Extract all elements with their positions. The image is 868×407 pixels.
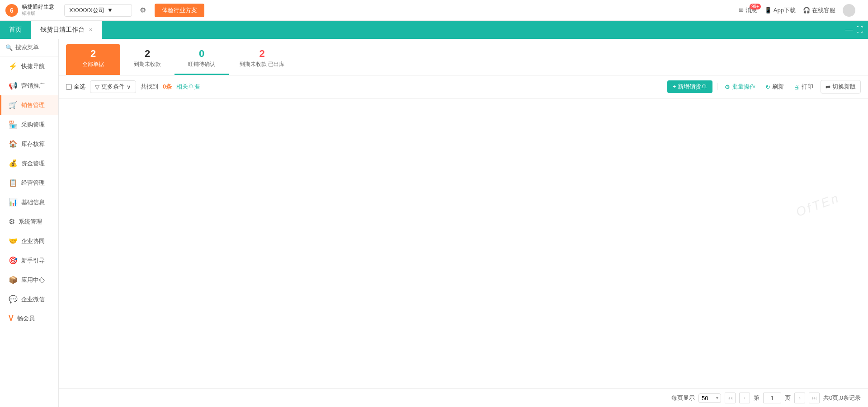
search-menu-button[interactable]: 🔍 搜索菜单 [0,39,58,56]
add-order-button[interactable]: + 新增销货单 [667,80,712,93]
last-page-button[interactable]: ⏭ [809,393,820,403]
corp-wechat-icon: 💬 [9,295,18,304]
filter-button[interactable]: ▽ 更多条件 ∨ [90,80,136,93]
refresh-icon: ↻ [765,84,770,90]
inventory-icon: 🏠 [9,140,18,148]
logo-icon: 6 [5,4,18,17]
marketing-icon: 📢 [9,81,18,90]
page-text-end: 页 [785,394,791,402]
company-selector[interactable]: XXXXXX公司 ▼ [64,4,132,17]
sidebar-label-corp-collab: 企业协同 [21,237,45,245]
next-page-button[interactable]: › [794,393,805,403]
close-tab-icon[interactable]: × [89,27,92,33]
sidebar-label-system: 系统管理 [19,218,42,226]
sidebar-label-basic-info: 基础信息 [21,198,45,206]
sidebar-item-corp-wechat[interactable]: 💬 企业微信 [0,290,58,309]
top-right-area: ✉ 消息 99+ 📱 App下载 🎧 在线客服 [739,4,863,17]
sidebar-label-operations: 经营管理 [21,179,45,187]
page-number-input[interactable] [763,393,781,403]
app-name: 畅捷通好生意 [22,4,54,11]
sidebar-item-corp-collab[interactable]: 🤝 企业协同 [0,231,58,251]
total-info: 共0页,0条记录 [823,394,861,402]
sidebar-label-member: 畅会员 [17,314,35,323]
related-orders-link[interactable]: 相关单据 [176,83,200,91]
stat-tab-all[interactable]: 2 全部单据 [66,44,120,75]
search-menu-label: 搜索菜单 [15,43,39,51]
stat-overdue-label: 到期未收款 [131,61,164,68]
stat-all-label: 全部单据 [77,61,109,68]
phone-icon: 📱 [764,7,772,14]
select-all-input[interactable] [66,84,72,90]
filter-icon: ▽ [95,84,99,90]
sidebar-item-inventory[interactable]: 🏠 库存核算 [0,134,58,154]
table-area: OfTEn [59,98,868,388]
filter-label: 更多条件 [101,83,125,91]
refresh-button[interactable]: ↻ 刷新 [763,81,787,93]
watermark: OfTEn [794,191,842,220]
sidebar-label-guide: 新手引导 [21,257,45,265]
print-icon: 🖨 [794,84,800,90]
chevron-down-icon: ▼ [107,7,113,14]
sidebar-item-guide[interactable]: 🎯 新手引导 [0,251,58,270]
online-service-button[interactable]: 🎧 在线客服 [803,6,835,14]
purchase-icon: 🏪 [9,120,18,129]
sidebar-item-quick-nav[interactable]: ⚡ 快捷导航 [0,56,58,76]
fullscreen-icon[interactable]: ⛶ [856,26,863,34]
nav-icon: ⚡ [9,62,18,70]
sidebar-item-operations[interactable]: 📋 经营管理 [0,173,58,192]
experience-button[interactable]: 体验行业方案 [155,4,204,17]
batch-operation-button[interactable]: ⚙ 批量操作 [722,81,758,93]
tab-workbench[interactable]: 钱货日清工作台 × [31,21,102,39]
toolbar-right: + 新增销货单 ⚙ 批量操作 ↻ 刷新 🖨 打印 ⇌ 切换新版 [667,80,861,94]
stat-tab-overdue[interactable]: 2 到期未收款 [120,44,175,75]
print-button[interactable]: 🖨 打印 [791,81,816,93]
app-download-label: App下载 [774,6,796,14]
sidebar-item-member[interactable]: V 畅会员 [0,309,58,328]
app-version: 标准版 [22,10,54,17]
stat-shipped-num: 2 [240,48,284,60]
settings-button[interactable]: ⚙ [136,3,150,18]
app-download-button[interactable]: 📱 App下载 [764,6,796,14]
sidebar-label-app-center: 应用中心 [21,276,45,284]
search-icon: 🔍 [5,44,13,51]
switch-label: 切换新版 [832,83,856,91]
switch-version-button[interactable]: ⇌ 切换新版 [821,80,861,94]
sidebar-item-basic-info[interactable]: 📊 基础信息 [0,192,58,212]
stat-tab-pending[interactable]: 0 旺铺待确认 [175,44,229,75]
sales-icon: 🛒 [9,101,18,109]
sidebar-item-app-center[interactable]: 📦 应用中心 [0,270,58,290]
sidebar-item-finance[interactable]: 💰 资金管理 [0,154,58,173]
sidebar-item-marketing[interactable]: 📢 营销推广 [0,76,58,95]
batch-label: 批量操作 [732,83,755,91]
tab-home[interactable]: 首页 [0,21,31,39]
page-size-select[interactable]: 10 20 50 100 [698,393,721,403]
guide-icon: 🎯 [9,256,18,265]
stat-overdue-num: 2 [131,48,164,60]
sidebar-item-system[interactable]: ⚙ 系统管理 [0,212,58,231]
member-icon: V [9,314,14,323]
prev-page-button[interactable]: ‹ [739,393,750,403]
divider [717,83,717,90]
app-center-icon: 📦 [9,276,18,284]
minimize-icon[interactable]: — [845,26,853,34]
select-all-checkbox[interactable]: 全选 [66,83,85,91]
stat-shipped-label: 到期未收款 已出库 [240,61,284,68]
online-service-label: 在线客服 [812,6,835,14]
main-layout: 🔍 搜索菜单 ⚡ 快捷导航 📢 营销推广 🛒 销售管理 🏪 采购管理 🏠 库存核… [0,39,868,407]
avatar[interactable] [843,4,855,17]
sidebar-label-inventory: 库存核算 [21,140,45,148]
first-page-button[interactable]: ⏮ [725,393,736,403]
sidebar-label-quick-nav: 快捷导航 [21,62,45,70]
toolbar-left: 全选 ▽ 更多条件 ∨ 共找到 0条 相关单据 [66,80,662,93]
pagination: 每页显示 10 20 50 100 ⏮ ‹ 第 页 › ⏭ 共0页,0条记录 [59,388,868,407]
sidebar-item-sales[interactable]: 🛒 销售管理 [0,95,58,115]
found-count: 0条 [163,83,172,91]
message-button[interactable]: ✉ 消息 99+ [739,6,757,14]
found-prefix: 共找到 [141,83,158,91]
page-size-wrapper: 10 20 50 100 [698,393,721,403]
sidebar-item-purchase[interactable]: 🏪 采购管理 [0,115,58,134]
company-name: XXXXXX公司 [69,6,104,14]
batch-icon: ⚙ [725,84,730,90]
content-area: 2 全部单据 2 到期未收款 0 旺铺待确认 2 到期未收款 已出库 全选 [59,39,868,407]
stat-tab-shipped[interactable]: 2 到期未收款 已出库 [229,44,295,75]
